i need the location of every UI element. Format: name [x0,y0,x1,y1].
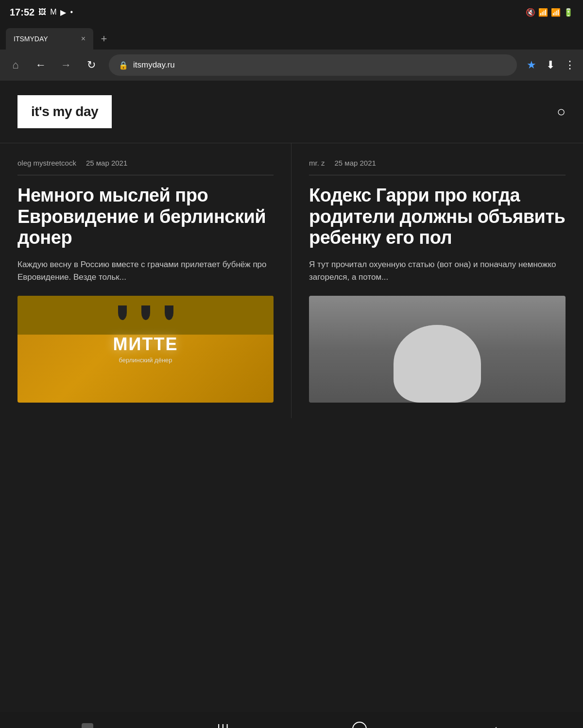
tab-bar: ITSMYDAY × + [0,24,583,50]
restaurant-image: МИТТЕ берлинский дёнер [17,296,274,403]
lock-icon: 🔒 [119,61,128,70]
bottom-nav: ||| ‹ [0,712,583,728]
dog-image [309,296,566,403]
svg-rect-0 [82,723,93,728]
browser-tab-active[interactable]: ITSMYDAY × [6,28,93,50]
status-bar: 17:52 🖼 M ▶ • 🔇 📶 📶 🔋 [0,0,583,24]
refresh-button[interactable]: ↻ [84,59,99,71]
dog-body [394,325,481,403]
article-meta-2: mr. z 25 мар 2021 [309,159,566,175]
website-content: it's my day ○ oleg mystreetcock 25 мар 2… [0,81,583,712]
svg-point-1 [353,722,366,728]
article-excerpt-1: Каждую весну в Россию вместе с грачами п… [17,258,274,284]
dot-icon: • [70,8,73,17]
android-home-icon[interactable] [75,717,100,728]
photo-icon: 🖼 [38,8,46,17]
restaurant-subtitle: берлинский дёнер [119,356,172,364]
android-back-icon[interactable]: ‹ [483,717,508,728]
article-author-2: mr. z [309,159,325,167]
restaurant-lamps [118,305,173,320]
site-logo[interactable]: it's my day [17,95,112,128]
articles-grid: oleg mystreetcock 25 мар 2021 Немного мы… [0,143,583,418]
android-recents-icon[interactable]: ||| [211,717,236,728]
bookmark-star-icon[interactable]: ★ [527,59,536,71]
article-excerpt-2: Я тут прочитал охуенную статью (вот она)… [309,258,566,284]
site-header: it's my day ○ [0,81,583,143]
youtube-icon: ▶ [60,8,66,17]
address-bar: ⌂ ← → ↻ 🔒 itsmyday.ru ★ ⬇ ⋮ [0,50,583,81]
tab-title: ITSMYDAY [14,35,76,43]
status-time: 17:52 [10,7,34,18]
article-title-2: Кодекс Гарри про когда родители должны о… [309,185,566,249]
download-icon[interactable]: ⬇ [546,59,555,71]
forward-button[interactable]: → [58,59,74,71]
new-tab-button[interactable]: + [95,30,113,48]
mute-icon: 🔇 [526,8,535,17]
article-date-2: 25 мар 2021 [335,159,376,167]
email-icon: M [50,8,56,17]
signal-icon: 📶 [551,8,561,17]
article-title-1: Немного мыслей про Евровидение и берлинс… [17,185,274,249]
restaurant-name: МИТТЕ [113,334,178,355]
tab-close-button[interactable]: × [81,34,86,43]
search-icon[interactable]: ○ [557,103,566,120]
back-button[interactable]: ← [33,59,49,71]
lamp-2 [141,305,150,320]
status-right-icons: 🔇 📶 📶 🔋 [526,8,573,17]
article-card-2[interactable]: mr. z 25 мар 2021 Кодекс Гарри про когда… [292,143,583,418]
url-bar[interactable]: 🔒 itsmyday.ru [109,54,517,76]
lamp-1 [118,305,127,320]
article-image-1: МИТТЕ берлинский дёнер [17,296,274,403]
article-date-1: 25 мар 2021 [86,159,127,167]
article-author-1: oleg mystreetcock [17,159,76,167]
url-text: itsmyday.ru [133,60,175,70]
wifi-icon: 📶 [538,8,548,17]
home-button[interactable]: ⌂ [8,59,23,71]
browser-actions: ★ ⬇ ⋮ [527,59,575,71]
browser-chrome: ITSMYDAY × + ⌂ ← → ↻ 🔒 itsmyday.ru ★ ⬇ ⋮ [0,24,583,81]
status-left: 17:52 🖼 M ▶ • [10,7,73,18]
more-options-icon[interactable]: ⋮ [565,59,575,71]
article-meta-1: oleg mystreetcock 25 мар 2021 [17,159,274,175]
battery-icon: 🔋 [564,8,573,17]
article-image-2 [309,296,566,403]
android-back-circle-icon[interactable] [347,717,372,728]
article-card-1[interactable]: oleg mystreetcock 25 мар 2021 Немного мы… [0,143,292,418]
lamp-3 [165,305,173,320]
